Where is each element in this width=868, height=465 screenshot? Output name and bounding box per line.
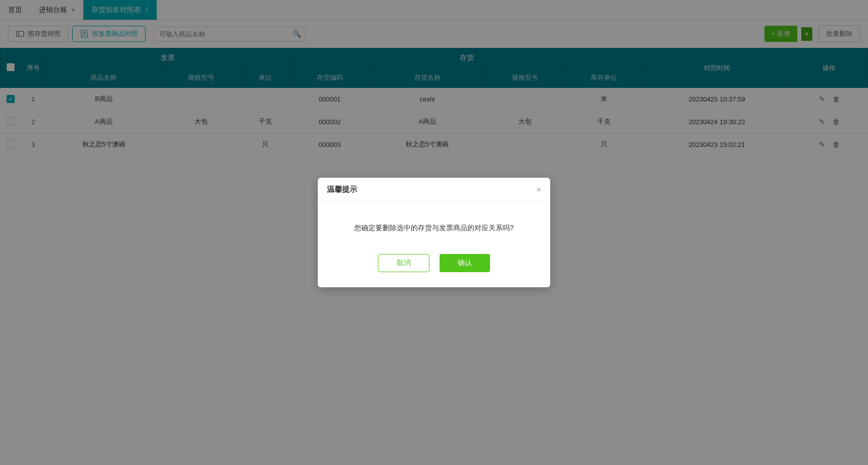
dialog-header: 温馨提示 ×: [318, 178, 550, 202]
confirm-dialog: 温馨提示 × 您确定要删除选中的存货与发票商品的对应关系吗? 取消 确认: [318, 178, 550, 287]
dialog-footer: 取消 确认: [318, 249, 550, 287]
dialog-title: 温馨提示: [327, 185, 357, 194]
dialog-close-button[interactable]: ×: [537, 186, 541, 194]
btn-cancel[interactable]: 取消: [378, 254, 429, 272]
overlay: 温馨提示 × 您确定要删除选中的存货与发票商品的对应关系吗? 取消 确认: [0, 0, 868, 465]
dialog-message: 您确定要删除选中的存货与发票商品的对应关系吗?: [354, 224, 514, 232]
dialog-body: 您确定要删除选中的存货与发票商品的对应关系吗?: [318, 202, 550, 248]
btn-confirm[interactable]: 确认: [440, 254, 490, 272]
